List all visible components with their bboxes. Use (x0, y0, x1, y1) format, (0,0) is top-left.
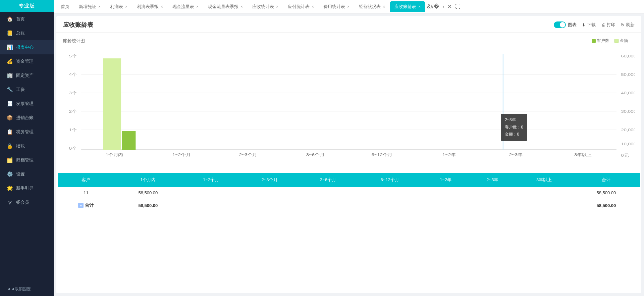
sidebar-item-ledger[interactable]: 📒 总账 (0, 26, 54, 40)
tab-cashflow[interactable]: 现金流量表 × (168, 1, 203, 12)
tab-cashflow-quarter-close[interactable]: × (240, 4, 243, 9)
sidebar-item-funds[interactable]: 💰 资金管理 (0, 54, 54, 68)
tab-operation[interactable]: 经营状况表 × (355, 1, 389, 12)
cell-m612-0 (357, 187, 422, 199)
total-m36 (299, 199, 357, 212)
svg-text:4个: 4个 (69, 72, 77, 77)
toggle-thumb (560, 22, 565, 28)
tab-voucher-close[interactable]: × (98, 4, 101, 9)
funds-icon: 💰 (7, 58, 13, 64)
sidebar-item-tax[interactable]: 📋 税务管理 (0, 125, 54, 139)
svg-text:0元: 0元 (621, 153, 629, 158)
col-y23: 2~3年 (469, 173, 516, 187)
tab-payable-stat-close[interactable]: × (312, 4, 314, 9)
tab-expense-stat-close[interactable]: × (347, 4, 350, 9)
tab-close-all-button[interactable]: ✕ (446, 2, 453, 11)
tab-expand-button[interactable]: ⛶ (454, 2, 462, 11)
sidebar-item-closing[interactable]: 🔒 结账 (0, 139, 54, 153)
download-button[interactable]: ⬇ 下载 (582, 22, 596, 28)
svg-text:10,000.00元: 10,000.00元 (621, 142, 635, 146)
sidebar-item-ledger-label: 总账 (16, 30, 25, 36)
chart-toggle[interactable]: 图表 (554, 21, 577, 28)
sidebar-item-settings[interactable]: ⚙️ 设置 (0, 167, 54, 181)
tab-voucher[interactable]: 新增凭证 × (74, 1, 105, 12)
tab-receivable-stat-close[interactable]: × (276, 4, 278, 9)
sidebar-item-settings-label: 设置 (16, 171, 25, 177)
print-icon: 🖨 (601, 22, 605, 28)
svg-text:1个: 1个 (69, 128, 77, 132)
total-m1: 58,500.00 (114, 199, 182, 212)
sidebar-item-invoice[interactable]: 🧾 发票管理 (0, 97, 54, 111)
reports-icon: 📊 (7, 44, 13, 50)
svg-text:3年以上: 3年以上 (574, 153, 592, 157)
ledger-icon: 📒 (7, 30, 13, 36)
guide-icon: 🌟 (7, 185, 13, 191)
tab-prev-button[interactable]: &#� (426, 2, 440, 11)
page-header: 应收账龄表 图表 ⬇ 下载 🖨 打印 ↻ 刷新 (56, 16, 641, 33)
sidebar-item-member[interactable]: V 畅会员 (0, 195, 54, 209)
svg-text:2~3个月: 2~3个月 (239, 153, 257, 157)
tab-aging-label: 应收账龄表 (394, 4, 416, 10)
tab-profit[interactable]: 利润表 × (106, 1, 132, 12)
sidebar-item-salary[interactable]: 🔧 工资 (0, 83, 54, 97)
svg-text:5个: 5个 (69, 54, 77, 58)
tab-profit-label: 利润表 (110, 4, 123, 10)
svg-text:0个: 0个 (69, 146, 77, 151)
tab-profit-close[interactable]: × (125, 4, 127, 9)
sidebar-item-assets-label: 固定资产 (16, 72, 34, 79)
closing-icon: 🔒 (7, 143, 13, 149)
cell-y3plus-0 (516, 187, 572, 199)
tab-cashflow-close[interactable]: × (196, 4, 199, 9)
total-m612 (357, 199, 422, 212)
tab-receivable-stat-label: 应收统计表 (252, 4, 274, 10)
chart-legend: 客户数 金额 (592, 38, 628, 44)
legend-customer-dot (592, 39, 596, 43)
settings-icon: ⚙️ (7, 171, 13, 177)
col-y3plus: 3年以上 (516, 173, 572, 187)
col-m12: 1~2个月 (182, 173, 240, 187)
total-m23 (240, 199, 299, 212)
tab-cashflow-label: 现金流量表 (172, 4, 194, 10)
sidebar-item-archive[interactable]: 🗂️ 归档管理 (0, 153, 54, 167)
sidebar-item-funds-label: 资金管理 (16, 58, 34, 64)
total-label-cell: ≡ 合计 (58, 199, 114, 212)
tax-icon: 📋 (7, 129, 13, 135)
tab-payable-stat[interactable]: 应付统计表 × (283, 1, 318, 12)
print-label: 打印 (607, 22, 615, 28)
tab-profit-quarter-close[interactable]: × (161, 4, 163, 9)
cell-m1-0: 58,500.00 (114, 187, 182, 199)
sidebar-item-home-label: 首页 (16, 16, 25, 22)
tab-operation-close[interactable]: × (383, 4, 385, 9)
tab-aging[interactable]: 应收账龄表 × (390, 1, 425, 12)
tab-expense-stat[interactable]: 费用统计表 × (319, 1, 354, 12)
tab-receivable-stat[interactable]: 应收统计表 × (248, 1, 283, 12)
legend-amount-dot (614, 39, 619, 43)
tab-cashflow-quarter[interactable]: 现金流量表季报 × (204, 1, 247, 12)
tab-aging-close[interactable]: × (418, 4, 421, 9)
chart-svg: 5个 4个 3个 2个 1个 0个 60,000.00元 50,000.00元 … (63, 47, 635, 167)
table-body: 11 58,500.00 58,500.00 (58, 187, 640, 212)
sidebar-item-reports[interactable]: 📊 报表中心 (0, 40, 54, 54)
tab-home[interactable]: 首页 (56, 1, 74, 12)
home-icon: 🏠 (7, 16, 13, 22)
chart-wrapper: 5个 4个 3个 2个 1个 0个 60,000.00元 50,000.00元 … (63, 47, 635, 167)
tab-next-button[interactable]: › (441, 2, 445, 11)
legend-customer: 客户数 (592, 38, 609, 44)
table-row: 11 58,500.00 58,500.00 (58, 187, 640, 199)
total-label: ≡ 合计 (60, 202, 112, 208)
bar-customer-0 (122, 131, 136, 150)
sidebar-item-assets[interactable]: 🏢 固定资产 (0, 68, 54, 83)
sidebar-item-inventory[interactable]: 📦 进销台账 (0, 111, 54, 125)
sidebar-item-guide[interactable]: 🌟 新手引导 (0, 181, 54, 195)
cell-customer-0: 11 (58, 187, 114, 199)
unpin-button[interactable]: ◄◄取消固定 (0, 282, 54, 296)
toggle-track[interactable] (554, 21, 566, 28)
print-button[interactable]: 🖨 打印 (601, 22, 615, 28)
sidebar-item-home[interactable]: 🏠 首页 (0, 12, 54, 26)
table-area: 客户 1个月内 1~2个月 2~3个月 3~6个月 6~12个月 1~2年 2~… (56, 173, 641, 293)
tab-profit-quarter[interactable]: 利润表季报 × (132, 1, 167, 12)
svg-text:2~3年: 2~3年 (509, 153, 523, 157)
cell-m23-0 (240, 187, 299, 199)
refresh-button[interactable]: ↻ 刷新 (621, 22, 635, 28)
archive-icon: 🗂️ (7, 157, 13, 163)
